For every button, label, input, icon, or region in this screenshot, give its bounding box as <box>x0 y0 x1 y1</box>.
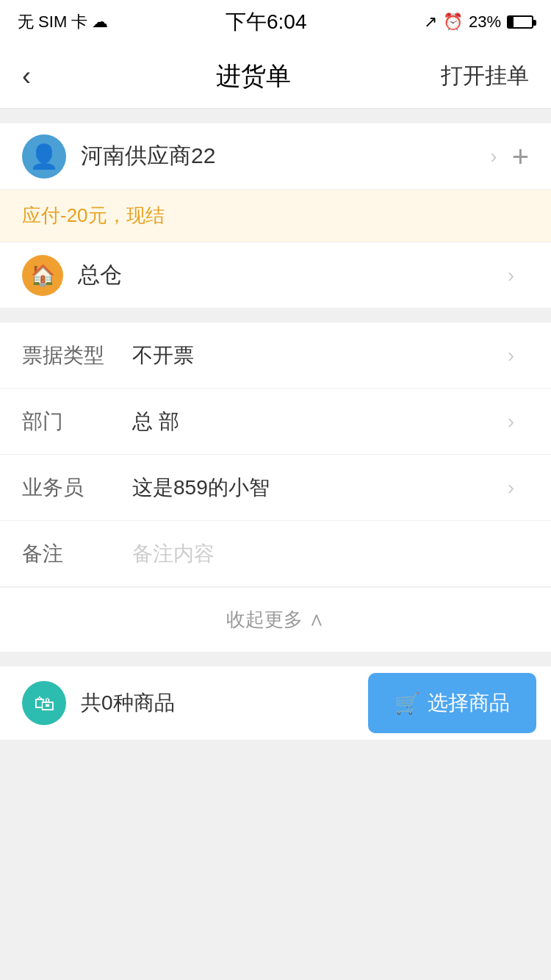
status-bar: 无 SIM 卡 ☁ 下午6:04 ↗ ⏰ 23% <box>0 0 551 44</box>
nav-bar: ‹ 进货单 打开挂单 <box>0 44 551 109</box>
staff-row[interactable]: 业务员 这是859的小智 › <box>0 455 551 521</box>
staff-value: 这是859的小智 <box>118 474 508 502</box>
shopping-bag-icon: 🛍 <box>34 691 54 716</box>
alarm-icon: ⏰ <box>443 12 463 32</box>
collapse-label: 收起更多 ∧ <box>226 607 324 633</box>
invoice-chevron-icon: › <box>508 344 514 367</box>
open-pending-button[interactable]: 打开挂单 <box>441 61 529 91</box>
sim-signal: 无 SIM 卡 ☁ <box>18 11 108 33</box>
supplier-row[interactable]: 👤 河南供应商22 › + <box>0 123 551 190</box>
invoice-label: 票据类型 <box>22 342 118 370</box>
remark-label: 备注 <box>22 540 118 568</box>
remark-input[interactable]: 备注内容 <box>118 540 529 568</box>
dept-value: 总 部 <box>118 408 508 436</box>
page-title: 进货单 <box>216 60 291 93</box>
select-goods-button[interactable]: 🛒 选择商品 <box>368 673 536 733</box>
goods-count: 共0种商品 <box>81 689 368 717</box>
form-section: 票据类型 不开票 › 部门 总 部 › 业务员 这是859的小智 › 备注 备注… <box>0 323 551 652</box>
warehouse-icon: 🏠 <box>22 255 63 296</box>
status-time: 下午6:04 <box>226 8 307 36</box>
payment-notice: 应付-20元，现结 <box>0 190 551 242</box>
select-goods-label: 选择商品 <box>428 689 510 717</box>
status-right: ↗ ⏰ 23% <box>424 12 533 32</box>
dept-row[interactable]: 部门 总 部 › <box>0 389 551 455</box>
avatar-icon: 👤 <box>29 143 59 170</box>
warehouse-row[interactable]: 🏠 总仓 › <box>0 242 551 308</box>
dept-chevron-icon: › <box>508 410 514 433</box>
select-goods-icon: 🛒 <box>395 691 420 716</box>
gray-bottom <box>0 740 551 960</box>
remark-row[interactable]: 备注 备注内容 <box>0 521 551 587</box>
supplier-avatar: 👤 <box>22 134 66 179</box>
back-button[interactable]: ‹ <box>22 61 66 92</box>
warehouse-chevron-icon: › <box>508 264 514 287</box>
invoice-row[interactable]: 票据类型 不开票 › <box>0 323 551 389</box>
staff-label: 业务员 <box>22 474 118 502</box>
warehouse-name: 总仓 <box>78 260 508 290</box>
section-gap-1 <box>0 109 551 123</box>
collapse-button[interactable]: 收起更多 ∧ <box>0 587 551 652</box>
dept-label: 部门 <box>22 408 118 436</box>
battery-icon <box>507 15 533 29</box>
status-left: 无 SIM 卡 ☁ <box>18 11 108 33</box>
bottom-section: 🛍 共0种商品 🛒 选择商品 <box>0 666 551 740</box>
supplier-name: 河南供应商22 <box>81 141 490 171</box>
battery-percentage: 23% <box>469 12 501 32</box>
supplier-section: 👤 河南供应商22 › + 应付-20元，现结 🏠 总仓 › <box>0 123 551 308</box>
goods-icon: 🛍 <box>22 681 66 725</box>
staff-chevron-icon: › <box>508 476 514 500</box>
add-supplier-button[interactable]: + <box>512 142 529 171</box>
supplier-chevron-icon: › <box>490 145 497 168</box>
location-icon: ↗ <box>424 12 437 32</box>
invoice-value: 不开票 <box>118 342 508 370</box>
